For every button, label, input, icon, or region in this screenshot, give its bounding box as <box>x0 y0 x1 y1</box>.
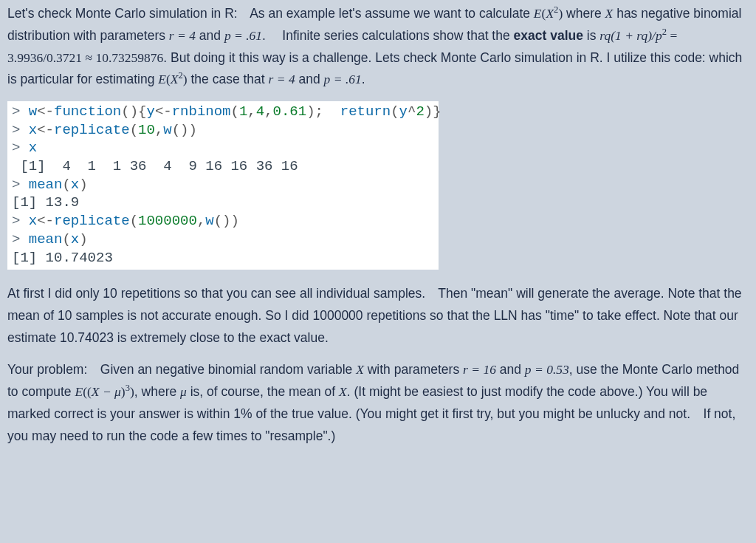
math-expr: E(X2) <box>534 6 563 21</box>
math-expr: E((X − μ)3) <box>75 384 134 399</box>
math-var: X <box>605 6 614 21</box>
text: and <box>295 72 324 86</box>
math-expr: r = 4 <box>269 72 295 86</box>
math-expr: p = 0.53 <box>525 362 569 377</box>
math-expr: r = 16 <box>463 362 496 377</box>
math-expr: r = 4 <box>169 28 196 43</box>
text: and <box>196 28 224 43</box>
text: the case that <box>188 72 269 86</box>
text: , where <box>134 384 180 399</box>
math-var: X <box>339 384 347 399</box>
text: Your problem: Given an negative binomial… <box>7 362 356 377</box>
math-expr: p = .61 <box>324 72 362 86</box>
text: . Infinite series calculations show that… <box>262 28 513 43</box>
text: is <box>583 28 599 43</box>
text: and <box>496 362 525 377</box>
text: is, of course, the mean of <box>187 384 339 399</box>
math-expr: E(X2) <box>158 72 187 86</box>
intro-paragraph: Let's check Monte Carlo simulation in R:… <box>7 3 749 91</box>
explanation-paragraph: At first I did only 10 repetitions so th… <box>7 283 749 349</box>
math-var: μ <box>180 384 187 399</box>
math-var: X <box>356 362 364 377</box>
exact-value-label: exact value <box>514 28 583 43</box>
math-expr: p = .61 <box>224 28 262 43</box>
text: . <box>362 72 365 86</box>
text: where <box>563 6 605 21</box>
problem-paragraph: Your problem: Given an negative binomial… <box>7 359 749 447</box>
text: Let's check Monte Carlo simulation in R:… <box>7 6 534 21</box>
r-code-block: > w<-function(){y<-rnbinom(1,4,0.61); re… <box>7 101 439 270</box>
text: with parameters <box>364 362 463 377</box>
text: At first I did only 10 repetitions so th… <box>7 286 742 345</box>
